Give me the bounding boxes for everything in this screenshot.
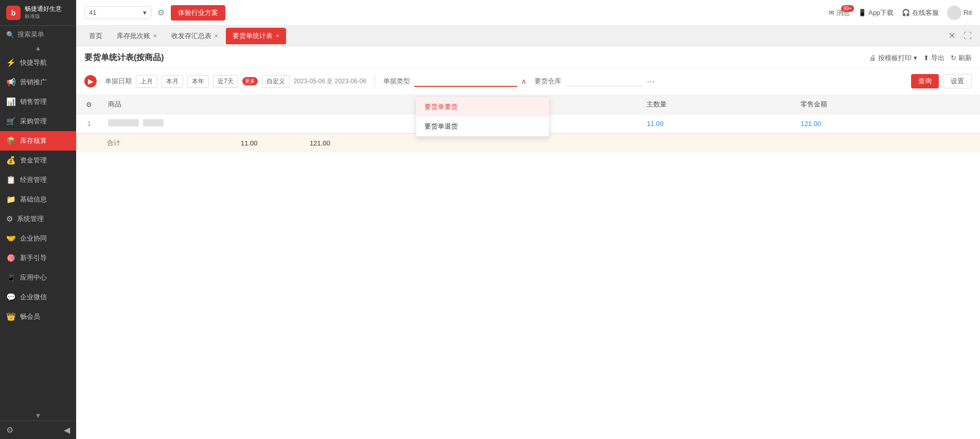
type-filter-arrow-icon[interactable]: ∧ [521, 77, 526, 85]
sidebar-item-label: 系统管理 [17, 214, 44, 224]
warehouse-filter-input[interactable] [565, 76, 643, 86]
warehouse-filter-label: 要货仓库 [534, 77, 561, 86]
tab-order-stats[interactable]: 要货单统计表 × [226, 28, 286, 44]
page-title: 要货单统计表(按商品) [84, 52, 164, 63]
chevron-down-icon: ▾ [143, 9, 147, 16]
print-label: 按模板打印 [878, 53, 912, 63]
sidebar-scroll-down[interactable]: ▼ [0, 411, 76, 420]
settings-btn[interactable]: 设置 [943, 74, 972, 88]
date-last-month-btn[interactable]: 上月 [136, 75, 157, 88]
content-area: 要货单统计表(按商品) 🖨 按模板打印 ▾ ⬆ 导出 ↻ 刷新 ▶ [76, 46, 980, 439]
sidebar-item-label: 资金管理 [20, 156, 47, 165]
print-btn[interactable]: 🖨 按模板打印 ▾ [869, 53, 917, 63]
message-icon: ✉ [829, 9, 834, 16]
sales-icon: 📊 [6, 97, 16, 106]
app-download-btn[interactable]: 📱 App下载 [858, 8, 894, 17]
product-placeholder [108, 119, 139, 126]
user-name: Rit [964, 9, 972, 16]
sidebar-item-app-center[interactable]: 📱 应用中心 [0, 268, 76, 287]
export-label: 导出 [931, 53, 945, 63]
guide-icon: 🎯 [6, 253, 16, 263]
sidebar-logo: b 畅捷通好生意 标准版 [0, 0, 76, 26]
sidebar-search-btn[interactable]: 🔍 搜索菜单 [0, 26, 76, 43]
app-name: 畅捷通好生意 [25, 5, 62, 13]
type-filter-input[interactable] [414, 76, 517, 87]
tab-home-label: 首页 [89, 31, 102, 41]
tab-close-all-btn[interactable]: ✕ [947, 30, 957, 42]
col-qty-header: 主数量 [640, 95, 794, 114]
sidebar-item-weixin[interactable]: 💬 企业微信 [0, 287, 76, 307]
settings-icon[interactable]: ⚙ [6, 425, 13, 435]
sidebar-item-marketing[interactable]: 📢 营销推广 [0, 72, 76, 92]
sidebar-item-label: 应用中心 [20, 273, 47, 282]
topbar-gear-icon[interactable]: ⚙ [157, 8, 165, 17]
app-download-label: App下载 [868, 8, 894, 17]
type-dropdown: 要货单要货 要货单退货 [416, 97, 549, 137]
sidebar-item-label: 企业协同 [20, 234, 47, 243]
app-version: 标准版 [25, 13, 62, 20]
tabbar: 首页 库存批次账 × 收发存汇总表 × 要货单统计表 × ✕ ⛶ [76, 26, 980, 46]
app-center-icon: 📱 [6, 273, 16, 282]
search-icon: 🔍 [6, 31, 14, 39]
tab-home[interactable]: 首页 [82, 28, 109, 44]
date-this-year-btn[interactable]: 本年 [187, 75, 209, 88]
industry-btn[interactable]: 体验行业方案 [171, 5, 225, 21]
dropdown-item-order-goods[interactable]: 要货单要货 [416, 97, 549, 117]
finance-icon: 💰 [6, 156, 16, 165]
date-more-badge[interactable]: 更多 [242, 77, 258, 85]
user-avatar-btn[interactable]: Rit [947, 6, 972, 20]
filter-expand-btn[interactable]: ▶ [84, 75, 97, 87]
company-selector[interactable]: 41 ▾ [84, 6, 151, 19]
tab-close-order-stats[interactable]: × [276, 32, 279, 40]
sidebar-item-guide[interactable]: 🎯 新手引导 [0, 248, 76, 268]
filter-bar: ▶ 单据日期 上月 本月 本年 近7天 更多 自定义 2023-05-06 至 … [76, 68, 980, 95]
sidebar-item-member[interactable]: 👑 畅会员 [0, 307, 76, 326]
export-icon: ⬆ [923, 54, 929, 62]
row-qty[interactable]: 11.00 [640, 114, 794, 133]
sidebar-item-sales[interactable]: 📊 销售管理 [0, 92, 76, 112]
tab-close-inventory-batch[interactable]: × [153, 32, 157, 40]
collapse-icon[interactable]: ◀ [64, 425, 70, 435]
sidebar-scroll-up[interactable]: ▲ [0, 43, 76, 53]
col-settings-header[interactable]: ⚙ [76, 95, 102, 114]
tab-receive-summary[interactable]: 收发存汇总表 × [165, 28, 225, 44]
tab-receive-summary-label: 收发存汇总表 [171, 31, 211, 41]
filter-divider-1 [375, 76, 375, 86]
sidebar-item-inventory[interactable]: 📦 库存核算 [0, 131, 76, 151]
warehouse-more-icon[interactable]: ··· [647, 76, 654, 87]
sidebar-item-finance[interactable]: 💰 资金管理 [0, 151, 76, 170]
system-icon: ⚙ [6, 214, 13, 224]
messages-btn[interactable]: ✉ 消息 99+ [829, 8, 850, 17]
purchase-icon: 🛒 [6, 117, 16, 126]
sidebar-item-label: 企业微信 [20, 292, 47, 302]
tab-expand-btn[interactable]: ⛶ [961, 30, 974, 42]
sidebar-item-label: 快捷导航 [20, 58, 47, 67]
sidebar-item-operations[interactable]: 📋 经营管理 [0, 170, 76, 190]
type-filter-label: 单据类型 [383, 77, 410, 86]
sidebar-item-label: 销售管理 [20, 97, 47, 106]
weixin-icon: 💬 [6, 292, 16, 302]
marketing-icon: 📢 [6, 78, 16, 87]
date-custom-btn[interactable]: 自定义 [262, 75, 290, 88]
sidebar-item-system[interactable]: ⚙ 系统管理 [0, 209, 76, 229]
refresh-btn[interactable]: ↻ 刷新 [951, 53, 972, 63]
query-btn[interactable]: 查询 [911, 74, 939, 88]
export-btn[interactable]: ⬆ 导出 [923, 53, 945, 63]
filter-actions: 查询 设置 [911, 74, 972, 88]
date-last-7-btn[interactable]: 近7天 [213, 75, 238, 88]
dropdown-item-order-return[interactable]: 要货单退货 [416, 117, 549, 136]
dropdown-item-label: 要货单要货 [424, 103, 458, 111]
quick-nav-icon: ⚡ [6, 58, 16, 67]
online-service-btn[interactable]: 🎧 在线客服 [902, 8, 939, 17]
tab-close-receive-summary[interactable]: × [215, 32, 218, 40]
sidebar-item-purchase[interactable]: 🛒 采购管理 [0, 112, 76, 131]
sidebar-item-basic-info[interactable]: 📁 基础信息 [0, 190, 76, 209]
tab-inventory-batch[interactable]: 库存批次账 × [110, 28, 164, 44]
basic-info-icon: 📁 [6, 195, 16, 204]
row-amount[interactable]: 121.00 [794, 114, 980, 133]
enterprise-icon: 🤝 [6, 234, 16, 243]
sidebar-item-quick-nav[interactable]: ⚡ 快捷导航 [0, 53, 76, 72]
sidebar-item-label: 畅会员 [20, 312, 40, 321]
sidebar-item-enterprise[interactable]: 🤝 企业协同 [0, 229, 76, 248]
date-this-month-btn[interactable]: 本月 [162, 75, 183, 88]
